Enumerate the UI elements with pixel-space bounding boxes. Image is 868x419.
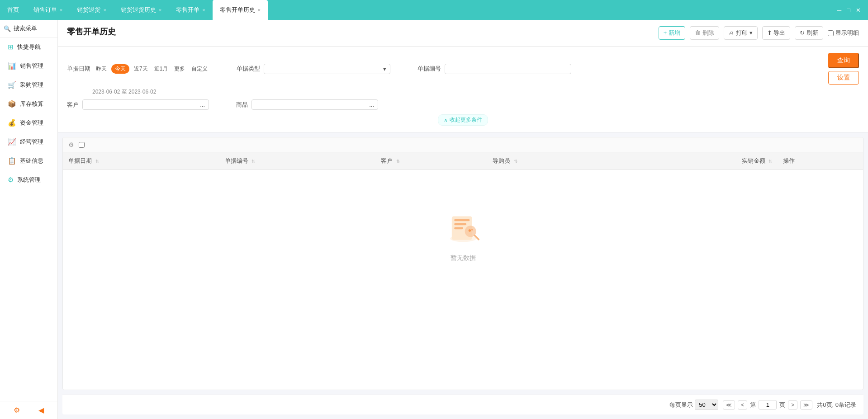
main-layout: 🔍 搜索采单 ⊞ 快捷导航 📊 销售管理 🛒 采购管理 📦 库存核算 �	[0, 20, 868, 419]
per-page-dropdown[interactable]: 50 20 100 200	[695, 400, 718, 410]
th-guide[interactable]: 导购员 ⇅	[487, 152, 621, 170]
delete-button-label: 🗑 删除	[695, 29, 714, 37]
query-button[interactable]: 查询	[828, 53, 859, 68]
sidebar-item-basic-info[interactable]: 📋 基础信息	[0, 151, 57, 170]
add-button[interactable]: + 新增	[659, 26, 685, 40]
sidebar-item-purchase-mgmt[interactable]: 🛒 采购管理	[0, 75, 57, 94]
tab-sales-return-close[interactable]: ×	[103, 7, 106, 13]
sidebar-item-sys-mgmt[interactable]: ⚙ 系统管理	[0, 170, 57, 189]
sidebar-settings-icon[interactable]: ⚙	[14, 406, 20, 414]
show-detail: 显示明细	[828, 29, 859, 37]
th-date[interactable]: 单据日期 ⇅	[63, 152, 219, 170]
collapse-button[interactable]: ∧ 收起更多条件	[438, 114, 488, 126]
refresh-button[interactable]: ↻ 刷新	[795, 26, 823, 40]
add-button-label: + 新增	[664, 29, 680, 37]
date-last7[interactable]: 近7天	[132, 64, 150, 74]
date-yesterday[interactable]: 昨天	[94, 64, 109, 74]
page-title: 零售开单历史	[67, 27, 116, 36]
th-date-label: 单据日期	[68, 157, 92, 164]
svg-rect-4	[454, 227, 463, 230]
goods-input-value	[256, 101, 257, 108]
th-ops: 操作	[778, 152, 863, 170]
customer-input-value	[86, 101, 88, 108]
page-nav: ≪ < 第 页 > ≫	[723, 400, 812, 410]
goods-filter: 商品 ...	[236, 99, 378, 110]
last-page-button[interactable]: ≫	[800, 400, 812, 410]
tab-retail-open-close[interactable]: ×	[202, 7, 205, 13]
tab-return-history-close[interactable]: ×	[159, 7, 161, 13]
refresh-button-label: ↻ 刷新	[800, 29, 818, 37]
sidebar-item-finance[interactable]: 💰 资金管理	[0, 113, 57, 132]
th-amount-label: 实销金额	[742, 157, 765, 164]
th-order-no[interactable]: 单据编号 ⇅	[219, 152, 376, 170]
tab-retail-history-label: 零售开单历史	[220, 6, 255, 14]
date-more[interactable]: 更多	[172, 64, 187, 74]
order-no-input[interactable]	[445, 64, 571, 74]
print-button[interactable]: 🖨 打印 ▾	[724, 26, 758, 40]
export-button[interactable]: ⬆ 导出	[762, 26, 791, 40]
sidebar-item-quick-nav-label: 快捷导航	[17, 43, 41, 51]
order-no-label: 单据编号	[417, 65, 441, 73]
prev-page-button[interactable]: <	[738, 400, 747, 410]
tab-retail-history[interactable]: 零售开单历史 ×	[213, 0, 268, 20]
date-today[interactable]: 今天	[111, 64, 129, 74]
tab-sales-order-label: 销售订单	[33, 6, 57, 14]
th-customer-label: 客户	[381, 157, 393, 164]
customer-input[interactable]: ...	[82, 99, 209, 110]
sidebar-collapse-icon[interactable]: ◀	[38, 406, 44, 414]
show-detail-checkbox[interactable]	[828, 30, 834, 36]
sort-guide-icon: ⇅	[514, 159, 517, 164]
collapse-label: 收起更多条件	[450, 116, 482, 124]
sidebar-item-ops-mgmt[interactable]: 📈 经营管理	[0, 132, 57, 151]
sidebar-search[interactable]: 🔍 搜索采单	[0, 20, 57, 38]
tab-sales-order[interactable]: 销售订单 ×	[26, 0, 70, 20]
select-all-checkbox[interactable]	[79, 142, 85, 148]
inventory-icon: 📦	[8, 100, 16, 108]
sort-customer-icon: ⇅	[396, 159, 400, 164]
collapse-row: ∧ 收起更多条件	[67, 114, 859, 126]
sidebar-bottom: ⚙ ◀	[0, 401, 57, 419]
sidebar-item-basic-info-label: 基础信息	[20, 157, 43, 165]
svg-point-7	[468, 229, 470, 231]
table-header-bar: ⚙	[63, 137, 863, 152]
window-maximize[interactable]: □	[847, 7, 850, 14]
ops-mgmt-icon: 📈	[8, 138, 16, 146]
type-select[interactable]: ▾	[264, 64, 390, 74]
tab-retail-history-close[interactable]: ×	[258, 7, 261, 13]
th-order-no-label: 单据编号	[225, 157, 248, 164]
tab-sales-return[interactable]: 销货退货 ×	[70, 0, 113, 20]
sidebar-item-sales-mgmt[interactable]: 📊 销售管理	[0, 56, 57, 75]
sidebar-item-quick-nav[interactable]: ⊞ 快捷导航	[0, 38, 57, 56]
svg-rect-3	[454, 223, 466, 226]
tab-retail-open[interactable]: 零售开单 ×	[169, 0, 212, 20]
th-amount[interactable]: 实销金额 ⇅	[621, 152, 778, 170]
per-page-label: 每页显示	[669, 401, 693, 409]
date-custom[interactable]: 自定义	[190, 64, 209, 74]
sidebar-item-inventory[interactable]: 📦 库存核算	[0, 94, 57, 113]
window-close[interactable]: ✕	[856, 7, 861, 14]
search-icon: 🔍	[4, 25, 11, 32]
next-page-button[interactable]: >	[788, 400, 797, 410]
tab-home[interactable]: 首页	[0, 0, 26, 20]
goods-label: 商品	[236, 101, 248, 109]
first-page-button[interactable]: ≪	[723, 400, 735, 410]
date-last-month[interactable]: 近1月	[152, 64, 170, 74]
collapse-icon: ∧	[444, 117, 448, 123]
svg-point-8	[471, 229, 473, 231]
page-input[interactable]	[759, 400, 777, 410]
tab-sales-order-close[interactable]: ×	[60, 7, 62, 13]
settings-button[interactable]: 设置	[828, 71, 859, 85]
goods-input[interactable]: ...	[251, 99, 378, 110]
tab-return-history[interactable]: 销货退货历史 ×	[114, 0, 169, 20]
delete-button[interactable]: 🗑 删除	[690, 26, 719, 40]
empty-text: 暂无数据	[451, 254, 476, 262]
th-customer[interactable]: 客户 ⇅	[375, 152, 487, 170]
pagination-bar: 每页显示 50 20 100 200 ≪ < 第 页 > ≫ 共0页, 0条记录	[62, 395, 863, 414]
sort-order-no-icon: ⇅	[251, 159, 255, 164]
goods-dots-icon: ...	[369, 101, 374, 108]
table-settings-icon[interactable]: ⚙	[68, 141, 74, 148]
query-actions: 查询 设置	[828, 53, 859, 85]
window-minimize[interactable]: ─	[837, 7, 841, 14]
query-button-label: 查询	[837, 56, 850, 64]
table-wrapper: ⚙ 单据日期 ⇅ 单据编号 ⇅ 客户	[62, 137, 863, 390]
